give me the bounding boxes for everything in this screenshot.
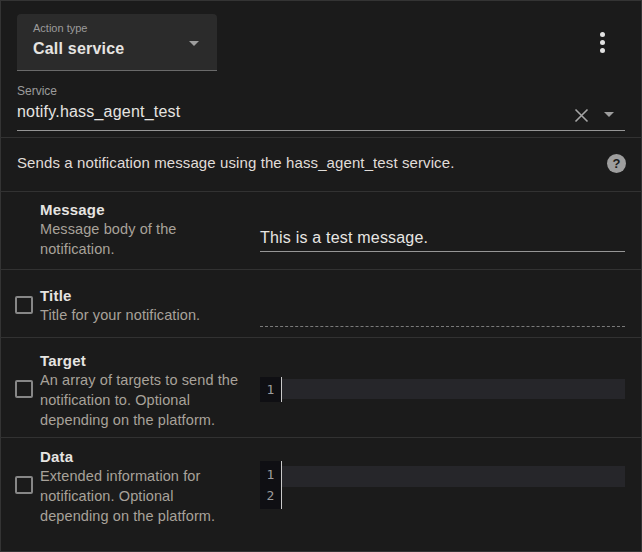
field-title-data: Data bbox=[40, 448, 73, 465]
target-checkbox[interactable] bbox=[15, 380, 33, 398]
message-input-underline bbox=[260, 251, 625, 252]
divider bbox=[0, 337, 642, 338]
code-editor-line bbox=[281, 466, 625, 487]
field-description-title: Title for your notification. bbox=[40, 305, 200, 325]
kebab-menu-icon bbox=[600, 32, 605, 37]
field-description-data: Extended information for notification. O… bbox=[40, 466, 215, 526]
data-checkbox[interactable] bbox=[15, 476, 33, 494]
line-number: 1 bbox=[260, 377, 281, 402]
line-number-gutter: 1 2 bbox=[260, 461, 281, 509]
chevron-down-icon[interactable] bbox=[604, 112, 614, 117]
field-description-target: An array of targets to send the notifica… bbox=[40, 370, 238, 430]
line-number: 2 bbox=[260, 485, 281, 506]
text-cursor bbox=[281, 461, 282, 509]
service-input-underline bbox=[17, 130, 625, 131]
message-input[interactable]: This is a test message. bbox=[260, 229, 428, 247]
chevron-down-icon bbox=[189, 41, 199, 46]
kebab-menu-icon bbox=[600, 48, 605, 53]
title-input-disabled bbox=[260, 326, 625, 327]
service-description: Sends a notification message using the h… bbox=[17, 154, 454, 171]
question-mark-icon: ? bbox=[613, 156, 621, 171]
service-label: Service bbox=[17, 84, 57, 98]
divider bbox=[0, 191, 642, 192]
field-title-message: Message bbox=[40, 201, 105, 218]
divider bbox=[0, 269, 642, 270]
help-button[interactable]: ? bbox=[607, 154, 626, 173]
kebab-menu-icon bbox=[600, 40, 605, 45]
code-editor-line bbox=[281, 379, 625, 399]
field-description-message: Message body of the notification. bbox=[40, 219, 177, 259]
clear-icon[interactable] bbox=[571, 105, 591, 125]
title-checkbox[interactable] bbox=[15, 296, 33, 314]
field-title-target: Target bbox=[40, 352, 86, 369]
line-number: 1 bbox=[260, 464, 281, 485]
action-type-label: Action type bbox=[33, 22, 87, 34]
overflow-menu-button[interactable] bbox=[592, 26, 612, 58]
text-cursor bbox=[281, 377, 282, 402]
service-input[interactable]: notify.hass_agent_test bbox=[17, 103, 180, 121]
divider bbox=[0, 437, 642, 438]
target-code-editor[interactable]: 1 bbox=[260, 377, 625, 402]
field-title-title: Title bbox=[40, 287, 72, 304]
divider bbox=[0, 137, 642, 138]
action-type-value: Call service bbox=[33, 40, 124, 58]
action-type-select[interactable]: Action type Call service bbox=[17, 14, 217, 71]
data-code-editor[interactable]: 1 2 bbox=[260, 461, 625, 509]
service-call-editor: Action type Call service Service notify.… bbox=[0, 0, 642, 552]
